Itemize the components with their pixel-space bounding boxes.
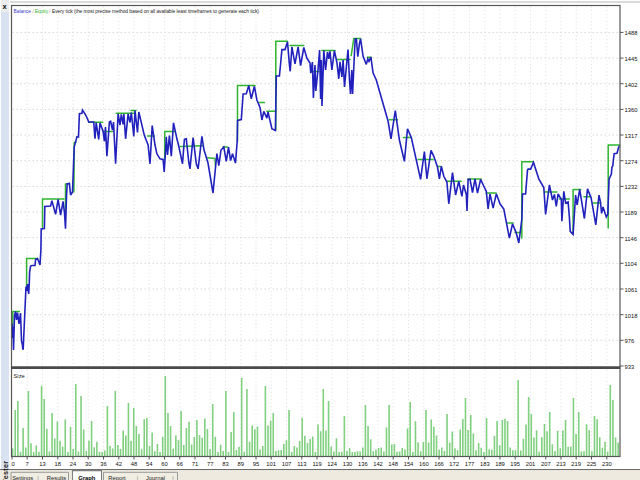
svg-text:1146: 1146 bbox=[625, 236, 637, 242]
svg-text:36: 36 bbox=[100, 461, 106, 467]
svg-text:1232: 1232 bbox=[625, 184, 638, 190]
svg-text:48: 48 bbox=[131, 461, 137, 467]
svg-text:136: 136 bbox=[358, 461, 368, 467]
svg-text:1445: 1445 bbox=[625, 56, 638, 62]
svg-text:160: 160 bbox=[419, 461, 429, 467]
svg-text:Report: Report bbox=[108, 475, 126, 480]
svg-text:Balance / Equity / Every tick: Balance / Equity / Every tick (the most … bbox=[14, 9, 260, 14]
svg-text:18: 18 bbox=[55, 461, 61, 467]
svg-text:219: 219 bbox=[571, 461, 581, 467]
svg-text:1402: 1402 bbox=[625, 82, 638, 88]
svg-text:230: 230 bbox=[602, 461, 612, 467]
svg-text:13: 13 bbox=[39, 461, 45, 467]
svg-text:195: 195 bbox=[510, 461, 520, 467]
svg-text:|: | bbox=[37, 475, 39, 480]
svg-text:30: 30 bbox=[85, 461, 91, 467]
svg-text:83: 83 bbox=[222, 461, 228, 467]
svg-text:119: 119 bbox=[312, 461, 321, 467]
svg-text:1274: 1274 bbox=[625, 159, 639, 165]
svg-text:183: 183 bbox=[480, 461, 490, 467]
svg-text:|: | bbox=[137, 475, 139, 480]
svg-text:1061: 1061 bbox=[625, 287, 638, 293]
svg-text:177: 177 bbox=[465, 461, 475, 467]
svg-text:189: 189 bbox=[495, 461, 505, 467]
svg-text:|: | bbox=[172, 475, 174, 480]
svg-text:130: 130 bbox=[343, 461, 353, 467]
svg-text:1317: 1317 bbox=[625, 133, 638, 139]
svg-text:1360: 1360 bbox=[625, 107, 638, 113]
svg-text:77: 77 bbox=[207, 461, 213, 467]
svg-text:142: 142 bbox=[373, 461, 383, 467]
svg-text:124: 124 bbox=[327, 461, 337, 467]
svg-text:7: 7 bbox=[26, 461, 29, 467]
svg-text:101: 101 bbox=[266, 461, 276, 467]
svg-text:1104: 1104 bbox=[625, 261, 638, 267]
svg-text:Settings: Settings bbox=[12, 475, 33, 480]
svg-text:Results: Results bbox=[47, 475, 66, 480]
svg-text:201: 201 bbox=[526, 461, 536, 467]
svg-text:24: 24 bbox=[70, 461, 77, 467]
svg-text:Graph: Graph bbox=[78, 475, 96, 480]
svg-text:95: 95 bbox=[253, 461, 259, 467]
svg-text:148: 148 bbox=[388, 461, 398, 467]
svg-text:933: 933 bbox=[625, 364, 635, 370]
svg-text:66: 66 bbox=[177, 461, 183, 467]
svg-text:107: 107 bbox=[282, 461, 292, 467]
svg-text:60: 60 bbox=[161, 461, 167, 467]
svg-text:976: 976 bbox=[625, 338, 635, 344]
svg-text:1189: 1189 bbox=[625, 210, 637, 216]
svg-text:1488: 1488 bbox=[625, 30, 638, 36]
svg-text:1018: 1018 bbox=[625, 313, 638, 319]
svg-text:42: 42 bbox=[116, 461, 122, 467]
svg-text:113: 113 bbox=[297, 461, 306, 467]
svg-text:225: 225 bbox=[587, 461, 597, 467]
svg-text:54: 54 bbox=[146, 461, 153, 467]
svg-text:89: 89 bbox=[238, 461, 244, 467]
svg-text:166: 166 bbox=[434, 461, 444, 467]
svg-text:Journal: Journal bbox=[146, 475, 165, 480]
svg-text:Size: Size bbox=[14, 373, 25, 379]
svg-text:213: 213 bbox=[556, 461, 566, 467]
svg-text:207: 207 bbox=[541, 461, 551, 467]
svg-text:Tester: Tester bbox=[1, 461, 10, 480]
svg-text:71: 71 bbox=[192, 461, 198, 467]
svg-text:154: 154 bbox=[404, 461, 414, 467]
svg-text:172: 172 bbox=[449, 461, 459, 467]
svg-text:0: 0 bbox=[12, 461, 15, 467]
